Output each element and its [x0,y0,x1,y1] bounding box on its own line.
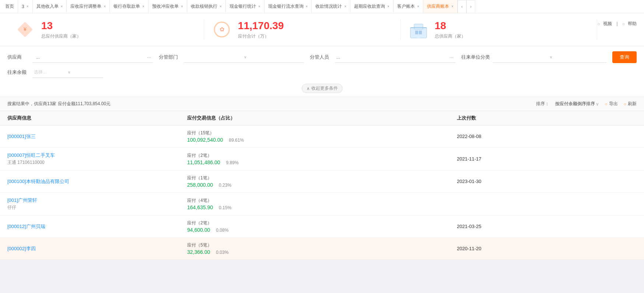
last-pay-3: 2023-01-30 [457,179,637,184]
supplier-info-1: [000001]张三 [7,133,187,140]
nav-tab-home[interactable]: 首页 [1,0,18,13]
close-tab-collection-stat[interactable]: × [344,4,346,8]
nav-tab-cash-bank-flow[interactable]: 现金银行流水查询 × [265,0,312,13]
col-header-last-pay: 上次付数 [457,115,637,121]
transaction-pct-4: 0.15% [219,205,231,210]
supplier-info-4: [001]广州荣轩 仔仔 [7,197,187,211]
supplier-sub-4: 仔仔 [7,204,187,211]
supplier-link-6[interactable]: [000002]李四 [7,246,36,251]
sort-select[interactable]: 按应付余额倒序排序 ∨ [555,101,599,107]
supplier-link-4[interactable]: [001]广州荣轩 [7,197,37,203]
filter-row-2: 往来余额 选择... ∨ [7,67,103,78]
summary-card-total-suppliers: 18 总供应商（家） [401,19,598,40]
close-tab-overdue-ar[interactable]: × [387,4,389,8]
category-select[interactable]: ∨ [493,52,607,63]
filter-item-dept: 分管部门 ∨ [159,52,304,63]
transaction-pct-5: 0.08% [216,228,228,233]
supplier-input-wrapper[interactable]: ··· [32,52,153,63]
sort-label: 排序： [536,101,549,107]
transaction-pct-1: 89.61% [229,138,244,143]
close-tab-customer-ledger[interactable]: × [417,4,419,8]
sort-arrow-icon: ∨ [596,101,599,107]
nav-tab-collection-stat[interactable]: 收款情况统计 × [312,0,350,13]
close-tab-cash-bank-flow[interactable]: × [306,4,308,8]
close-tab-bank-deposit[interactable]: × [142,4,144,8]
close-tab-ar-ap-adjust[interactable]: × [104,4,106,8]
transaction-amount-4[interactable]: 164,635.90 [187,204,213,210]
transaction-label-6: 应付（5笔） [187,242,457,248]
nav-tab-cash-bank-stat[interactable]: 现金银行统计 × [226,0,265,13]
close-tab-3[interactable]: × [27,4,29,8]
filter-item-balance: 往来余额 选择... ∨ [7,67,103,78]
result-bar: 搜索结果中，供应商13家 应付金额111,703,854.00元 排序： 按应付… [0,97,644,111]
transaction-info-4: 应付（4笔） 164,635.90 0.15% [187,197,457,210]
nav-tab-ar-ap-adjust[interactable]: 应收应付调整单 × [67,0,110,13]
supplier-link-1[interactable]: [000001]张三 [7,134,36,139]
person-input-wrapper[interactable]: ··· [335,52,455,63]
transaction-pct-6: 0.03% [216,250,228,255]
person-input[interactable] [336,55,449,60]
close-tab-collection-verify[interactable]: × [220,4,222,8]
close-tab-other-income[interactable]: × [61,4,63,8]
transaction-amount-3[interactable]: 258,000.00 [187,182,213,188]
nav-arrow-left[interactable]: ‹ [458,0,466,13]
filter-item-category: 往来单位分类 ∨ [461,52,607,63]
transaction-info-2: 应付（2笔） 11,051,486.00 9.89% [187,152,457,165]
transaction-amount-2[interactable]: 11,051,486.00 [187,159,220,165]
nav-tab-supplier-ledger[interactable]: 供应商账本 × [423,0,458,13]
collapse-label: 收起更多条件 [311,85,338,92]
refresh-button[interactable]: ○ 刷新 [624,101,637,107]
table-row: [000002]李四 应付（5笔） 32,366.00 0.03% 2020-1… [0,238,644,260]
transaction-label-3: 应付（1笔） [187,175,457,181]
close-tab-prepay-offset[interactable]: × [181,4,183,8]
collapse-button[interactable]: ∧ 收起更多条件 [302,84,343,93]
close-tab-supplier-ledger[interactable]: × [451,4,454,8]
video-link[interactable]: 视频 [603,21,612,27]
filter-item-person: 分管人员 ··· [310,52,455,63]
nav-tab-3[interactable]: 3 × [18,0,33,13]
supplier-input[interactable] [34,52,147,63]
nav-tab-collection-verify[interactable]: 收款核销执行 × [187,0,226,13]
table-row: [000012]广州贝瑞 应付（2笔） 94,600.00 0.08% 2021… [0,216,644,238]
supplier-link-2[interactable]: [000007]恒旺二手叉车 [7,152,55,158]
data-table: 供应商信息 应付交易信息（占比） 上次付数 [000001]张三 应付（15笔）… [0,111,644,260]
transaction-info-3: 应付（1笔） 258,000.00 0.23% [187,175,457,188]
nav-tab-prepay-offset[interactable]: 预收冲应收单 × [148,0,187,13]
transaction-amount-5[interactable]: 94,600.00 [187,227,210,233]
nav-tab-other-income[interactable]: 其他收入单 × [33,0,67,13]
help-link[interactable]: 帮助 [628,21,637,27]
transaction-amount-1[interactable]: 100,092,540.00 [187,137,223,143]
transaction-amount-6[interactable]: 32,366.00 [187,249,210,255]
collapse-arrow-icon: ∧ [307,86,310,91]
query-button[interactable]: 查询 [612,51,637,63]
supplier-sub-2: 王通 17106110000 [7,159,187,166]
supplier-link-5[interactable]: [000012]广州贝瑞 [7,224,45,229]
svg-text:¥: ¥ [23,26,27,32]
supplier-dots-icon: ··· [147,54,151,60]
close-tab-cash-bank-stat[interactable]: × [258,4,260,8]
supplier-info-3: [000100]本特勤油品有限公司 [7,178,187,185]
nav-tab-bank-deposit[interactable]: 银行存取款单 × [110,0,148,13]
dept-select[interactable]: ∨ [184,52,304,63]
result-info: 搜索结果中，供应商13家 应付金额111,703,854.00元 [7,101,536,107]
export-button[interactable]: ○ 导出 [605,101,618,107]
total-suppliers-icon [408,19,429,40]
last-pay-1: 2022-08-08 [457,134,637,139]
balance-chevron-icon: ∨ [68,70,102,74]
nav-tab-overdue-ar[interactable]: 超期应收款查询 × [350,0,393,13]
nav-arrow-right[interactable]: › [466,0,475,13]
svg-rect-6 [415,31,418,34]
nav-tab-customer-ledger[interactable]: 客户账本 × [393,0,423,13]
category-label: 往来单位分类 [461,54,490,61]
circle-icon2: ○ [622,21,625,27]
balance-select[interactable]: 选择... ∨ [32,67,103,78]
table-row: [000100]本特勤油品有限公司 应付（1笔） 258,000.00 0.23… [0,170,644,193]
supplier-info-2: [000007]恒旺二手叉车 王通 17106110000 [7,152,187,166]
supplier-link-3[interactable]: [000100]本特勤油品有限公司 [7,179,69,184]
svg-rect-5 [414,24,423,29]
transaction-pct-2: 9.89% [226,160,239,165]
filter-item-supplier: 供应商 ··· [7,52,153,63]
col-header-supplier: 供应商信息 [7,115,187,121]
svg-rect-8 [417,34,420,38]
dept-label: 分管部门 [159,54,181,61]
